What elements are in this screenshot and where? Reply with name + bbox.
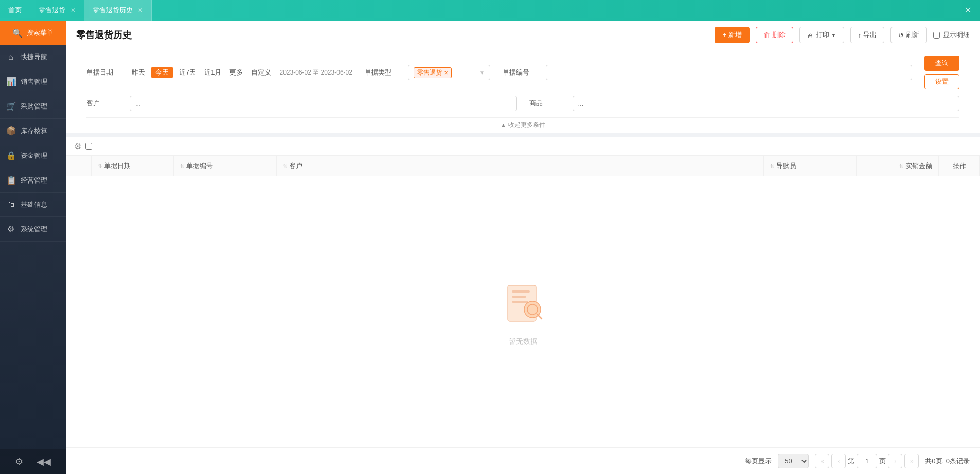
first-page-button[interactable]: « [815, 454, 829, 468]
sidebar-settings-icon[interactable]: ⚙ [15, 456, 23, 467]
system-icon: ⚙ [6, 224, 15, 234]
th-guide[interactable]: ⇅ 导购员 [764, 156, 857, 176]
th-billno-sort-icon: ⇅ [180, 163, 184, 169]
total-info: 共0页, 0条记录 [925, 457, 970, 466]
sidebar-item-basic-info-label: 基础信息 [21, 200, 47, 209]
sidebar-bottom: ⚙ ◀◀ [0, 449, 66, 474]
print-button[interactable]: 🖨 打印 ▼ [799, 27, 844, 43]
home-icon: ⌂ [6, 52, 15, 62]
per-page-label: 每页显示 [745, 457, 772, 466]
th-date[interactable]: ⇅ 单据日期 [92, 156, 174, 176]
sidebar-item-operations[interactable]: 📋 经营管理 [0, 168, 66, 193]
top-bar: 首页 零售退货 ✕ 零售退货历史 ✕ ✕ [0, 0, 980, 21]
tab-retail-return[interactable]: 零售退货 ✕ [30, 0, 84, 21]
tab-home[interactable]: 首页 [0, 0, 30, 21]
bill-type-arrow: ▼ [479, 70, 485, 76]
basic-info-icon: 🗂 [6, 200, 15, 209]
sidebar-item-system[interactable]: ⚙ 系统管理 [0, 217, 66, 242]
th-billno[interactable]: ⇅ 单据编号 [174, 156, 277, 176]
tab-retail-return-history-close[interactable]: ✕ [138, 7, 143, 14]
sidebar-nav: ⌂ 快捷导航 📊 销售管理 🛒 采购管理 📦 库存核算 🔒 资金管理 📋 [0, 45, 66, 449]
print-dropdown-icon: ▼ [831, 32, 836, 38]
sidebar-item-operations-label: 经营管理 [21, 176, 47, 185]
filter-collapse-button[interactable]: ▲ 收起更多条件 [501, 121, 546, 130]
add-button[interactable]: + 新增 [715, 27, 749, 43]
tab-list: 首页 零售退货 ✕ 零售退货历史 ✕ [0, 0, 964, 21]
goods-label: 商品 [529, 99, 560, 108]
export-button[interactable]: ↑ 导出 [850, 27, 885, 43]
print-icon: 🖨 [807, 31, 814, 39]
prev-page-button[interactable]: ‹ [831, 454, 846, 468]
sidebar-item-inventory-label: 库存核算 [21, 126, 47, 136]
filter-collapse-row: ▲ 收起更多条件 [86, 117, 959, 133]
sidebar-item-sales-label: 销售管理 [21, 77, 47, 86]
date-option-custom[interactable]: 自定义 [249, 67, 273, 78]
refresh-label: 刷新 [906, 30, 919, 40]
show-detail-checkbox[interactable]: 显示明细 [933, 30, 970, 40]
bill-type-tag: 零售退货 ✕ [414, 67, 452, 78]
page-number-input[interactable] [857, 454, 877, 468]
th-customer-label: 客户 [289, 161, 302, 171]
page-suffix-label: 页 [879, 457, 886, 466]
tab-retail-return-history[interactable]: 零售退货历史 ✕ [84, 0, 152, 21]
show-detail-label: 显示明细 [943, 30, 970, 40]
customer-label: 客户 [86, 99, 117, 108]
customer-input[interactable] [130, 96, 517, 111]
delete-label: 删除 [772, 30, 786, 40]
th-date-label: 单据日期 [104, 161, 131, 171]
refresh-icon: ↺ [898, 31, 904, 39]
delete-icon: 🗑 [763, 31, 770, 39]
svg-rect-1 [512, 290, 530, 293]
goods-input[interactable] [573, 96, 960, 111]
sidebar-volume-icon[interactable]: ◀◀ [37, 456, 51, 467]
th-customer[interactable]: ⇅ 客户 [277, 156, 764, 176]
per-page-select[interactable]: 10 20 50 100 [778, 454, 809, 468]
page-title-row: 零售退货历史 + 新增 🗑 删除 🖨 打印 ▼ ↑ 导出 [76, 27, 970, 43]
th-checkbox [66, 156, 92, 176]
date-option-more[interactable]: 更多 [227, 67, 245, 78]
th-action: 操作 [939, 156, 980, 176]
bill-type-select[interactable]: 零售退货 ✕ ▼ [408, 65, 490, 80]
th-amount-sort-icon: ⇅ [899, 163, 903, 169]
th-guide-label: 导购员 [776, 161, 796, 171]
tab-home-label: 首页 [8, 6, 22, 15]
th-customer-sort-icon: ⇅ [283, 163, 287, 169]
table-settings-icon[interactable]: ⚙ [74, 141, 81, 151]
query-button[interactable]: 查询 [924, 56, 959, 71]
sidebar-item-quick-nav-label: 快捷导航 [21, 52, 47, 62]
sidebar-item-purchase[interactable]: 🛒 采购管理 [0, 94, 66, 119]
date-option-yesterday[interactable]: 昨天 [130, 67, 147, 78]
tab-retail-return-close[interactable]: ✕ [70, 7, 76, 14]
bill-type-tag-close[interactable]: ✕ [444, 70, 448, 76]
empty-illustration [497, 278, 549, 329]
th-amount[interactable]: ⇅ 实销金额 [857, 156, 939, 176]
show-detail-input[interactable] [933, 32, 940, 39]
window-close-button[interactable]: ✕ [964, 5, 972, 16]
page-nav-group: « ‹ 第 页 › » [815, 454, 919, 468]
next-page-button[interactable]: › [888, 454, 902, 468]
sidebar-search-button[interactable]: 🔍 搜索菜单 [0, 21, 66, 45]
sidebar-item-sales[interactable]: 📊 销售管理 [0, 69, 66, 94]
collapse-label: 收起更多条件 [508, 121, 545, 130]
sidebar-item-inventory[interactable]: 📦 库存核算 [0, 119, 66, 143]
page-title: 零售退货历史 [76, 29, 132, 41]
sidebar-item-finance[interactable]: 🔒 资金管理 [0, 143, 66, 168]
filter-settings-button[interactable]: 设置 [924, 74, 959, 89]
bill-no-input[interactable] [546, 65, 912, 80]
refresh-button[interactable]: ↺ 刷新 [890, 27, 927, 43]
th-date-sort-icon: ⇅ [98, 163, 102, 169]
last-page-button[interactable]: » [904, 454, 919, 468]
sidebar-item-basic-info[interactable]: 🗂 基础信息 [0, 193, 66, 217]
date-option-7days[interactable]: 近7天 [177, 67, 198, 78]
svg-rect-2 [512, 296, 526, 298]
th-guide-sort-icon: ⇅ [770, 163, 774, 169]
delete-button[interactable]: 🗑 删除 [756, 27, 793, 43]
svg-rect-3 [512, 301, 528, 303]
bill-type-label: 单据类型 [365, 68, 396, 77]
select-all-checkbox[interactable] [85, 143, 92, 150]
date-option-1month[interactable]: 近1月 [202, 67, 223, 78]
filter-action-col: 查询 设置 [924, 56, 959, 89]
date-range-display: 2023-06-02 至 2023-06-02 [279, 68, 352, 77]
sidebar-item-quick-nav[interactable]: ⌂ 快捷导航 [0, 45, 66, 69]
date-option-today[interactable]: 今天 [151, 67, 173, 78]
